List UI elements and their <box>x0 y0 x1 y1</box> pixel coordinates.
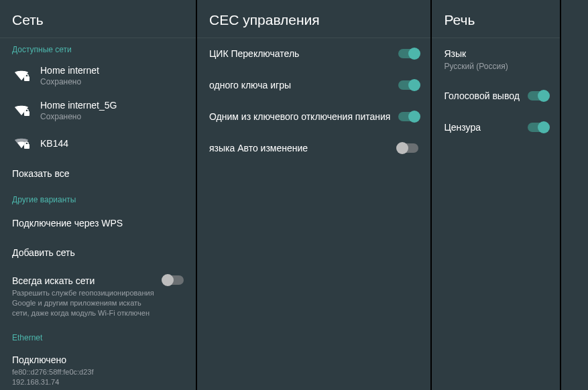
cec-title: CEC управления <box>197 0 430 38</box>
wifi-network-row[interactable]: KB144 <box>0 128 196 159</box>
always-scan-row[interactable]: Всегда искать сети Разрешить службе геоп… <box>0 267 196 326</box>
ethernet-ipv6: fe80::d276:58ff:fe0c:d23f <box>12 367 184 377</box>
wifi-name: KB144 <box>40 138 68 149</box>
wifi-status: Сохранено <box>40 112 117 121</box>
wifi-locked-icon <box>12 67 31 84</box>
wifi-name: Home internet <box>40 65 99 76</box>
add-network-button[interactable]: Добавить сеть <box>0 238 196 267</box>
other-options-label: Другие варианты <box>0 188 196 208</box>
wifi-locked-icon <box>12 135 31 152</box>
svg-rect-3 <box>25 109 28 112</box>
language-label: Язык <box>444 48 547 60</box>
censorship-row[interactable]: Цензура <box>432 112 559 143</box>
svg-rect-1 <box>25 74 28 77</box>
speech-panel: Речь Язык Русский (Россия) Голосовой выв… <box>432 0 561 390</box>
wifi-network-row[interactable]: Home internet_5G Сохранено <box>0 93 196 128</box>
available-networks-label: Доступные сети <box>0 38 196 58</box>
language-row[interactable]: Язык Русский (Россия) <box>432 38 559 80</box>
censorship-toggle[interactable] <box>528 123 548 132</box>
cec-item-label: ЦИК Переключатель <box>209 48 398 60</box>
voice-output-toggle[interactable] <box>528 91 548 101</box>
cec-auto-lang-row[interactable]: языка Авто изменение <box>197 133 430 164</box>
cec-toggle[interactable] <box>398 143 418 153</box>
cec-panel: CEC управления ЦИК Переключатель одного … <box>197 0 432 390</box>
wifi-network-row[interactable]: Home internet Сохранено <box>0 58 196 93</box>
ethernet-ipv4: 192.168.31.74 <box>12 377 184 387</box>
language-value: Русский (Россия) <box>444 62 547 71</box>
svg-rect-5 <box>25 142 28 145</box>
show-all-button[interactable]: Показать все <box>0 159 196 188</box>
cec-onekey-play-row[interactable]: одного ключа игры <box>197 70 430 101</box>
always-scan-toggle[interactable] <box>164 275 184 285</box>
network-title: Сеть <box>0 0 196 38</box>
cec-item-label: одного ключа игры <box>209 79 398 92</box>
always-scan-desc: Разрешить службе геопозиционирования Goo… <box>12 288 157 318</box>
cec-toggle[interactable] <box>398 80 418 90</box>
always-scan-title: Всегда искать сети <box>12 275 157 286</box>
ethernet-status-row[interactable]: Подключено fe80::d276:58ff:fe0c:d23f 192… <box>0 346 196 390</box>
ethernet-status: Подключено <box>12 354 184 365</box>
cec-item-label: Одним из ключевого отключения питания <box>209 111 398 123</box>
speech-item-label: Голосовой вывод <box>444 90 527 103</box>
cec-toggle[interactable] <box>398 112 418 121</box>
cec-switch-row[interactable]: ЦИК Переключатель <box>197 38 430 70</box>
wifi-locked-icon <box>12 102 31 119</box>
voice-output-row[interactable]: Голосовой вывод <box>432 80 559 112</box>
speech-title: Речь <box>432 0 559 38</box>
wifi-name: Home internet_5G <box>40 100 117 111</box>
wifi-status: Сохранено <box>40 77 99 86</box>
wps-button[interactable]: Подключение через WPS <box>0 208 196 238</box>
ethernet-label: Ethernet <box>0 326 196 346</box>
cec-item-label: языка Авто изменение <box>209 142 398 155</box>
cec-toggle[interactable] <box>398 49 418 58</box>
network-panel: Сеть Доступные сети Home internet Сохран… <box>0 0 197 390</box>
cec-onekey-poweroff-row[interactable]: Одним из ключевого отключения питания <box>197 101 430 133</box>
speech-item-label: Цензура <box>444 121 527 134</box>
